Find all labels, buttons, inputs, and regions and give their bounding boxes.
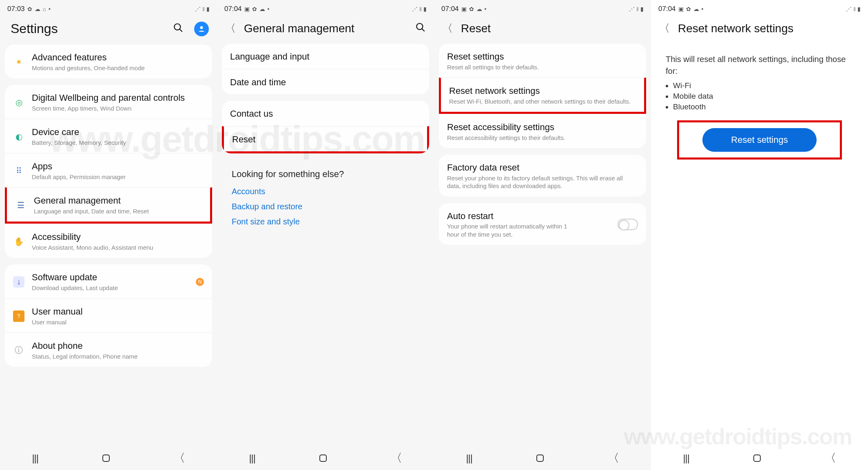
suggest-link-accounts[interactable]: Accounts — [232, 187, 419, 196]
nav-back[interactable]: 〈 — [174, 450, 185, 466]
item-sub: Your phone will restart automatically wi… — [447, 222, 578, 238]
status-time: 07:03 — [7, 5, 25, 13]
item-sub: Reset Wi-Fi, Bluetooth, and other networ… — [449, 98, 636, 106]
settings-item-about-phone[interactable]: ⓘ About phone Status, Legal information,… — [5, 333, 212, 367]
item-title: Reset settings — [447, 51, 638, 62]
nav-back[interactable]: 〈 — [608, 450, 619, 466]
item-language[interactable]: Language and input — [222, 44, 429, 69]
settings-item-general-management[interactable]: ☰ General management Language and input,… — [5, 187, 212, 224]
wellbeing-icon: ◎ — [13, 97, 24, 108]
bullet-bluetooth: Bluetooth — [673, 102, 853, 111]
item-title: Contact us — [230, 108, 273, 120]
group: Factory data reset Reset your phone to i… — [439, 155, 646, 197]
battery-icon: ▮ — [640, 6, 644, 12]
avatar[interactable] — [194, 22, 209, 36]
nav-recents[interactable]: ||| — [249, 452, 255, 464]
svg-line-4 — [422, 29, 425, 31]
item-sub: Language and input, Date and time, Reset — [34, 207, 202, 215]
back-button[interactable]: 〈 — [442, 21, 456, 35]
battery-icon: ▮ — [857, 6, 861, 12]
item-date-time[interactable]: Date and time — [222, 69, 429, 95]
header: 〈 Reset — [434, 15, 651, 44]
gear-icon: ✿ — [27, 6, 32, 12]
wifi-icon: ⋰ — [846, 6, 852, 12]
nav-back[interactable]: 〈 — [391, 450, 402, 466]
suggest-link-backup[interactable]: Backup and restore — [232, 202, 419, 211]
status-time: 07:04 — [658, 5, 676, 13]
status-bar: 07:04 ▣ ✿ ☁ • ⋰ ⫴ ▮ — [217, 0, 434, 15]
item-title: Accessibility — [32, 231, 204, 243]
signal-icon: ⫴ — [419, 6, 422, 13]
nav-bar: ||| 〈 — [434, 446, 651, 470]
nav-recents[interactable]: ||| — [683, 452, 689, 464]
item-title: About phone — [32, 340, 204, 352]
settings-group: ↓ Software update Download updates, Last… — [5, 264, 212, 367]
search-icon[interactable] — [173, 22, 184, 35]
cloud-icon: ☁ — [259, 6, 265, 12]
group: Reset settings Reset all settings to the… — [439, 44, 646, 148]
item-sub: Reset all settings to their defaults. — [447, 63, 638, 71]
nav-recents[interactable]: ||| — [32, 452, 38, 464]
nav-home[interactable] — [753, 454, 761, 462]
item-contact-us[interactable]: Contact us — [222, 101, 429, 126]
item-title: Factory data reset — [447, 162, 638, 173]
page-title: Reset network settings — [678, 22, 860, 35]
item-factory-reset[interactable]: Factory data reset Reset your phone to i… — [439, 155, 646, 197]
battery-icon: ▮ — [206, 6, 210, 12]
settings-item-apps[interactable]: ⠿ Apps Default apps, Permission manager — [5, 153, 212, 187]
nav-bar: ||| 〈 — [217, 446, 434, 470]
settings-group: ◎ Digital Wellbeing and parental control… — [5, 85, 212, 258]
item-reset[interactable]: Reset — [222, 126, 429, 154]
status-bar: 07:04 ▣ ✿ ☁ • ⋰ ⫴ ▮ — [651, 0, 868, 15]
item-title: Reset accessibility settings — [447, 122, 638, 133]
item-sub: Reset your phone to its factory default … — [447, 174, 638, 190]
manual-icon: ? — [13, 310, 24, 322]
item-reset-accessibility[interactable]: Reset accessibility settings Reset acces… — [439, 114, 646, 148]
image-icon: ▣ — [461, 6, 467, 12]
item-title: General management — [34, 195, 202, 206]
svg-point-2 — [200, 26, 203, 29]
more-icon: • — [268, 6, 270, 12]
suggest-link-font[interactable]: Font size and style — [232, 217, 419, 226]
item-title: Reset network settings — [449, 85, 636, 97]
wifi-icon: ⋰ — [629, 6, 635, 12]
image-icon: ▣ — [678, 6, 684, 12]
svg-point-0 — [174, 24, 180, 30]
nav-home[interactable] — [102, 454, 110, 462]
nav-home[interactable] — [536, 454, 544, 462]
settings-item-user-manual[interactable]: ? User manual User manual — [5, 298, 212, 333]
item-title: Device care — [32, 126, 204, 138]
settings-item-advanced[interactable]: ✴ Advanced features Motions and gestures… — [5, 44, 212, 78]
nav-home[interactable] — [319, 454, 327, 462]
settings-item-software-update[interactable]: ↓ Software update Download updates, Last… — [5, 264, 212, 298]
screen-settings: 07:03 ✿ ☁ ⌂ • ⋰ ⫴ ▮ Settings ✴ Advanced … — [0, 0, 217, 470]
item-reset-network[interactable]: Reset network settings Reset Wi-Fi, Blue… — [439, 78, 646, 114]
settings-item-wellbeing[interactable]: ◎ Digital Wellbeing and parental control… — [5, 85, 212, 119]
bullet-mobile-data: Mobile data — [673, 92, 853, 101]
settings-list: ✴ Advanced features Motions and gestures… — [0, 44, 217, 372]
search-icon[interactable] — [415, 22, 426, 35]
back-button[interactable]: 〈 — [659, 21, 673, 35]
settings-item-devicecare[interactable]: ◐ Device care Battery, Storage, Memory, … — [5, 119, 212, 153]
item-auto-restart[interactable]: Auto restart Your phone will restart aut… — [439, 203, 646, 245]
header: 〈 General management — [217, 15, 434, 44]
item-sub: Status, Legal information, Phone name — [32, 352, 204, 361]
apps-icon: ⠿ — [13, 165, 24, 177]
header: 〈 Reset network settings — [651, 15, 868, 44]
cloud-icon: ☁ — [476, 6, 482, 12]
nav-bar: ||| 〈 — [0, 446, 217, 470]
item-sub: Motions and gestures, One-handed mode — [32, 64, 204, 72]
settings-item-accessibility[interactable]: ✋ Accessibility Voice Assistant, Mono au… — [5, 224, 212, 258]
nav-recents[interactable]: ||| — [466, 452, 472, 464]
item-title: Date and time — [230, 77, 286, 88]
list: Reset settings Reset all settings to the… — [434, 44, 651, 250]
item-reset-settings[interactable]: Reset settings Reset all settings to the… — [439, 44, 646, 78]
toggle-auto-restart[interactable] — [618, 219, 638, 230]
reset-settings-button[interactable]: Reset settings — [702, 128, 817, 152]
button-highlight: Reset settings — [677, 120, 842, 160]
nav-back[interactable]: 〈 — [825, 450, 836, 466]
info-icon: ⓘ — [13, 345, 24, 356]
sliders-icon: ✴ — [13, 56, 24, 68]
back-button[interactable]: 〈 — [225, 21, 239, 35]
item-sub: Reset accessibility settings to their de… — [447, 134, 638, 142]
